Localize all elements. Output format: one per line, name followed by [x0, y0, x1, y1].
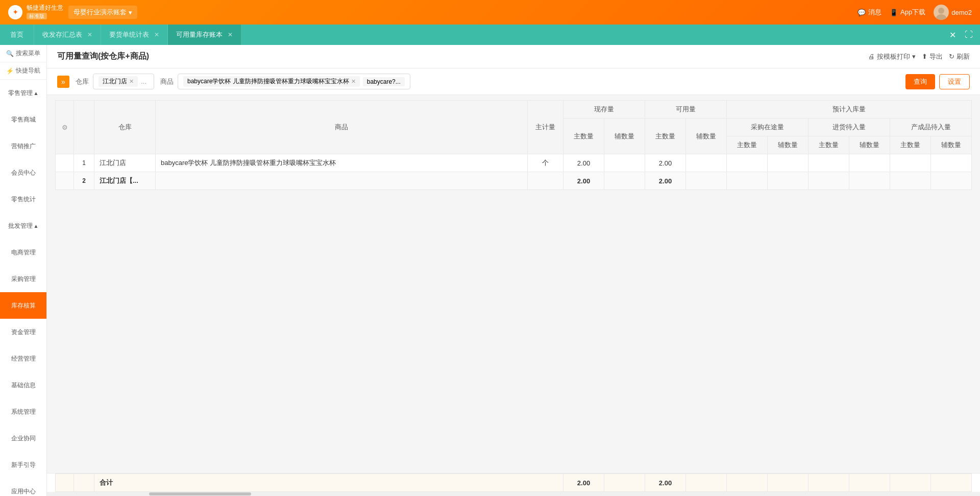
sidebar-item-ecommerce[interactable]: 电商管理 [0, 239, 46, 266]
sidebar-search[interactable]: 🔍 搜索菜单 [0, 45, 46, 62]
row-product-cell: babycare学饮杯 儿童防摔防撞吸管杯重力球吸嘴杯宝宝水杯 [156, 154, 528, 172]
row-stock-main-cell: 2.00 [564, 154, 604, 172]
footer-table: 合计 2.00 2.00 [55, 474, 972, 492]
warehouse-label: 仓库 [76, 77, 89, 86]
sidebar-item-basic-info[interactable]: 基础信息 [0, 372, 46, 398]
sidebar-item-newbie[interactable]: 新手引导 [0, 452, 46, 478]
sidebar-item-retail-stats[interactable]: 零售统计 [0, 186, 46, 212]
col-production-pending-header: 产成品待入量 [890, 119, 972, 136]
table-wrapper: ⚙ 仓库 商品 主计量 现存量 可用量 预计入库量 主数量 辅数量 主数量 [47, 95, 980, 473]
footer-avail-main: 2.00 [645, 474, 686, 492]
row-inb-main-cell [808, 172, 849, 190]
warehouse-input[interactable]: 江北门店 ✕ ... [93, 74, 154, 89]
row-prod-main-cell [890, 172, 931, 190]
horizontal-scrollbar[interactable] [47, 492, 980, 496]
export-button[interactable]: ⬆ 导出 [922, 52, 943, 61]
row-warehouse-cell: 江北门店 [94, 154, 156, 172]
sidebar-item-app-center[interactable]: 应用中心 [0, 478, 46, 496]
chevron-down-icon: ▾ [912, 53, 916, 60]
sidebar-item-retail-mall[interactable]: 零售商城 [0, 106, 46, 133]
col-inbound-pending-header: 进货待入量 [808, 119, 890, 136]
col-settings-header: ⚙ [56, 101, 74, 154]
col-prod-sub-header: 辅数量 [931, 136, 972, 154]
scroll-thumb[interactable] [149, 492, 251, 495]
warehouse-tag-close[interactable]: ✕ [129, 78, 134, 85]
product-label: 商品 [160, 77, 174, 86]
tab-close-icon[interactable]: ✕ [87, 31, 92, 38]
product-filter-group: 商品 babycare学饮杯 儿童防摔防撞吸管杯重力球吸嘴杯宝宝水杯 ✕ bab… [160, 74, 410, 89]
message-button[interactable]: 💬 消息 [857, 8, 881, 17]
row-avail-main-cell: 2.00 [645, 154, 686, 172]
col-stock-sub-header: 辅数量 [604, 119, 645, 154]
sidebar-item-marketing[interactable]: 营销推广 [0, 133, 46, 159]
row-pur-sub-cell [768, 172, 808, 190]
product-input[interactable]: babycare学饮杯 儿童防摔防撞吸管杯重力球吸嘴杯宝宝水杯 ✕ babyca… [178, 74, 410, 89]
row-pur-sub-cell [768, 154, 808, 172]
export-icon: ⬆ [922, 53, 927, 60]
close-tab-button[interactable]: ✕ [946, 29, 959, 41]
row-num-cell: 2 [74, 172, 94, 190]
row-unit-cell: 个 [528, 154, 564, 172]
sidebar-item-system[interactable]: 系统管理 [0, 398, 46, 425]
filter-actions: 查询 设置 [905, 74, 970, 89]
tab-controls: ✕ ⛶ [941, 25, 980, 45]
sidebar-item-wholesale-mgmt[interactable]: 批发管理 ▲ [0, 212, 46, 239]
logo-text: 畅捷通好生意 标准版 [27, 4, 63, 20]
refresh-button[interactable]: ↻ 刷新 [949, 52, 970, 61]
print-icon: 🖨 [868, 53, 875, 60]
warehouse-tag: 江北门店 ✕ [99, 76, 138, 87]
row-stock-main-cell: 2.00 [564, 172, 604, 190]
data-table: ⚙ 仓库 商品 主计量 现存量 可用量 预计入库量 主数量 辅数量 主数量 [55, 100, 972, 190]
app-download-button[interactable]: 📱 App下载 [890, 8, 925, 17]
sidebar-nav[interactable]: ⚡ 快捷导航 [0, 62, 46, 80]
logo-icon: ✦ [8, 5, 22, 19]
row-stock-sub-cell [604, 154, 645, 172]
col-available-header: 可用量 [645, 101, 727, 119]
user-profile[interactable]: demo2 [934, 5, 972, 20]
sidebar-item-finance[interactable]: 资金管理 [0, 319, 46, 345]
product-tag2: babycare?... [363, 77, 405, 86]
warehouse-filter-group: 仓库 江北门店 ✕ ... [76, 74, 154, 89]
industry-selector[interactable]: 母婴行业演示账套 ▾ [68, 6, 137, 19]
filter-expand-button[interactable]: » [57, 76, 69, 88]
row-inb-sub-cell [849, 154, 890, 172]
sidebar-item-inventory[interactable]: 库存核算 [0, 292, 46, 319]
product-tag-close[interactable]: ✕ [351, 78, 356, 85]
row-product-cell [156, 172, 528, 190]
sidebar-item-operations[interactable]: 经营管理 [0, 345, 46, 372]
tab-yaohuo[interactable]: 要货单统计表 ✕ [101, 25, 168, 45]
print-button[interactable]: 🖨 按模板打印 ▾ [868, 52, 916, 61]
col-rownum-header [74, 101, 94, 154]
col-avail-sub-header: 辅数量 [686, 119, 727, 154]
footer-stock-main: 2.00 [564, 474, 604, 492]
page-title: 可用量查询(按仓库+商品) [57, 51, 149, 62]
chevron-icon: ▲ [34, 90, 39, 96]
query-button[interactable]: 查询 [905, 74, 935, 89]
sidebar-item-collaboration[interactable]: 企业协同 [0, 425, 46, 452]
row-inb-sub-cell [849, 172, 890, 190]
row-inb-main-cell [808, 154, 849, 172]
row-pur-main-cell [727, 154, 768, 172]
row-settings-cell [56, 172, 74, 190]
sidebar-item-purchase[interactable]: 采购管理 [0, 266, 46, 292]
col-pur-main-header: 主数量 [727, 136, 768, 154]
top-bar-left: ✦ 畅捷通好生意 标准版 母婴行业演示账套 ▾ [8, 4, 137, 20]
sidebar-item-member[interactable]: 会员中心 [0, 159, 46, 186]
tab-close-icon[interactable]: ✕ [228, 31, 233, 38]
tab-close-icon[interactable]: ✕ [154, 31, 159, 38]
message-icon: 💬 [857, 9, 866, 16]
sidebar-item-retail-mgmt[interactable]: 零售管理 ▲ [0, 80, 46, 106]
tab-keyongliang[interactable]: 可用量库存账本 ✕ [168, 25, 241, 45]
svg-point-1 [936, 14, 946, 20]
column-settings-icon[interactable]: ⚙ [62, 124, 68, 131]
col-warehouse-header: 仓库 [94, 101, 156, 154]
fullscreen-button[interactable]: ⛶ [963, 29, 975, 41]
row-avail-sub-cell [686, 172, 727, 190]
col-pur-sub-header: 辅数量 [768, 136, 808, 154]
tab-shoufa[interactable]: 收发存汇总表 ✕ [34, 25, 101, 45]
settings-button[interactable]: 设置 [939, 74, 970, 89]
tab-home[interactable]: 首页 [0, 25, 34, 45]
col-unit-header: 主计量 [528, 101, 564, 154]
col-purchase-onway-header: 采购在途量 [727, 119, 808, 136]
main-layout: 🔍 搜索菜单 ⚡ 快捷导航 零售管理 ▲ 零售商城 营销推广 会员中心 零售统计… [0, 45, 980, 496]
